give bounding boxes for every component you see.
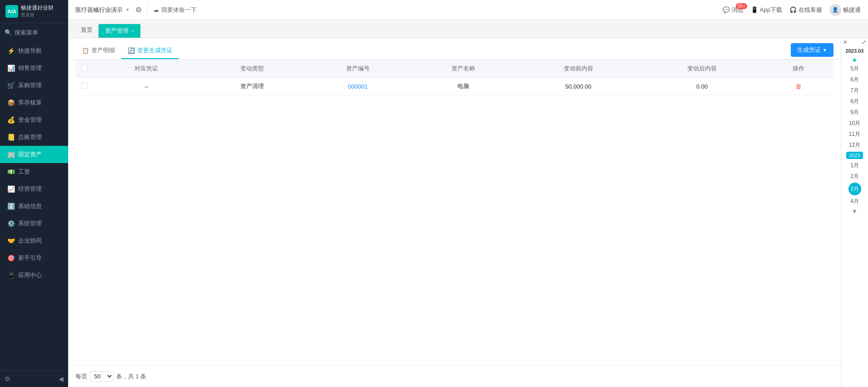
sidebar-item-payroll[interactable]: 💵 工资 [0,163,68,180]
cloud-icon: ☁ [153,6,159,13]
table-row: -- 资产清理 000001 电脑 50,000.00 0.00 🗑 [75,78,833,95]
logo-icon: AtA [5,5,18,18]
collapse-sidebar-button[interactable]: ◀ [59,375,64,382]
quick-nav-icon: ⚡ [7,47,15,55]
app-download-button[interactable]: 📱 App下载 [751,6,782,14]
topbar-divider [147,5,148,15]
right-panel-expand-button[interactable]: ⤢ [862,39,866,45]
sidebar-item-system[interactable]: ⚙️ 系统管理 [0,215,68,232]
sidebar-item-finance[interactable]: 💰 资金管理 [0,111,68,129]
search-icon: 🔍 [5,29,12,36]
tab-change-voucher[interactable]: 🔄 变更生成凭证 [121,43,179,59]
cell-after-change: 0.00 [640,78,764,95]
tab-asset-detail[interactable]: 📋 资产明细 [75,43,121,59]
topbar: 医疗器械行业演示 ▼ ⚙ ☁ 我要体验一下 💬 消息 99+ 📱 App下载 🎧… [68,0,868,20]
col-header-change-type: 变动类型 [199,60,305,78]
delete-row-button[interactable]: 🗑 [795,83,802,90]
settings-icon[interactable]: ⚙ [135,5,142,14]
sidebar-footer: ⚙ ◀ [0,370,68,387]
user-menu-button[interactable]: 👤 畅捷通 [829,4,861,16]
col-header-after-change: 变动后内容 [640,60,764,78]
tab-asset-management[interactable]: 资产管理 × [98,24,141,38]
month-list: 5月 6月 7月 8月 9月 10月 11月 12月 2023 1月 2月 3月… [841,64,868,207]
month-item-6[interactable]: 6月 [841,74,868,85]
message-icon: 💬 [723,6,730,13]
sidebar-item-guide[interactable]: 🎯 新手引导 [0,249,68,267]
content-area: 📋 资产明细 🔄 变更生成凭证 生成凭证 ▼ [68,38,841,387]
month-item-12[interactable]: 12月 [841,140,868,150]
operations-icon: 📈 [7,185,15,193]
app-logo: AtA 畅捷通好业财 普及版 [0,0,68,23]
cell-change-type: 资产清理 [199,78,305,95]
month-item-10[interactable]: 10月 [841,118,868,129]
asset-change-table: 对应凭证 变动类型 资产编号 资产名称 变动前内容 变动后内容 操作 [75,60,833,95]
experience-button[interactable]: ☁ 我要体验一下 [153,6,197,14]
logo-sub: 普及版 [21,12,54,18]
customer-service-button[interactable]: 🎧 在线客服 [789,6,822,14]
col-header-asset-name: 资产名称 [411,60,516,78]
sidebar-item-collab[interactable]: 🤝 企业协同 [0,232,68,249]
company-dropdown-arrow: ▼ [125,7,130,12]
logo-text: 畅捷通好业财 [21,5,54,12]
calendar-scroll-up-icon[interactable]: ▲ [852,55,858,63]
tab-bar: 首页 资产管理 × [68,20,868,38]
col-header-before-change: 变动前内容 [516,60,640,78]
system-icon: ⚙️ [7,220,15,227]
calendar-scroll-down-icon[interactable]: ▼ [852,208,858,215]
guide-icon: 🎯 [7,254,15,262]
sidebar-item-basic-info[interactable]: ℹ️ 基础信息 [0,198,68,215]
year-badge[interactable]: 2023 [846,152,863,159]
sidebar-item-operations[interactable]: 📈 经营管理 [0,180,68,198]
col-header-asset-code: 资产编号 [305,60,411,78]
month-item-5[interactable]: 5月 [841,64,868,74]
sales-icon: 📊 [7,64,15,72]
purchase-icon: 🛒 [7,82,15,89]
basic-info-icon: ℹ️ [7,203,15,210]
change-voucher-icon: 🔄 [128,47,135,54]
col-header-action: 操作 [764,60,833,78]
settings-button[interactable]: ⚙ [5,375,10,382]
sidebar-item-app-center[interactable]: 📱 应用中心 [0,267,68,284]
tab-home[interactable]: 首页 [75,23,98,38]
cell-asset-name: 电脑 [411,78,516,95]
month-item-9[interactable]: 9月 [841,107,868,118]
sidebar-item-inventory[interactable]: 📦 库存核算 [0,94,68,111]
user-avatar: 👤 [829,4,841,16]
collab-icon: 🤝 [7,237,15,244]
page-size-select[interactable]: 50 10 20 100 [90,371,114,382]
cell-action: 🗑 [764,78,833,95]
ledger-icon: 📒 [7,134,15,141]
company-name: 医疗器械行业演示 [75,6,123,14]
month-item-2[interactable]: 2月 [841,171,868,182]
month-item-4[interactable]: 4月 [841,196,868,207]
table-wrapper: 对应凭证 变动类型 资产编号 资产名称 变动前内容 变动后内容 操作 [68,60,841,365]
tab-close-icon[interactable]: × [131,28,134,34]
sidebar: AtA 畅捷通好业财 普及版 🔍 搜索菜单 ⚡ 快捷导航 📊 销售管理 🛒 采购… [0,0,68,387]
row-checkbox-cell [75,78,94,95]
asset-detail-icon: 📋 [82,47,89,54]
select-all-checkbox[interactable] [81,65,88,71]
sidebar-item-sales[interactable]: 📊 销售管理 [0,60,68,77]
sidebar-nav: ⚡ 快捷导航 📊 销售管理 🛒 采购管理 📦 库存核算 💰 资金管理 📒 总账管… [0,42,68,370]
company-selector[interactable]: 医疗器械行业演示 ▼ [75,6,130,14]
month-item-11[interactable]: 11月 [841,129,868,139]
row-checkbox[interactable] [81,83,88,89]
message-button[interactable]: 💬 消息 99+ [723,6,744,14]
search-menu-button[interactable]: 🔍 搜索菜单 [5,27,64,39]
month-item-8[interactable]: 8月 [841,96,868,107]
month-item-1[interactable]: 1月 [841,160,868,171]
cell-asset-code: 000001 [305,78,411,95]
inventory-icon: 📦 [7,99,15,106]
month-item-3-current[interactable]: 3月 [848,183,861,195]
sidebar-item-quick-nav[interactable]: ⚡ 快捷导航 [0,42,68,60]
sidebar-search-area: 🔍 搜索菜单 [0,23,68,42]
sidebar-item-ledger[interactable]: 📒 总账管理 [0,129,68,146]
generate-voucher-button[interactable]: 生成凭证 ▼ [791,43,833,57]
sidebar-item-fixed-assets[interactable]: 🏢 固定资产 [0,146,68,163]
topbar-right: 💬 消息 99+ 📱 App下载 🎧 在线客服 👤 畅捷通 [723,4,861,16]
payroll-icon: 💵 [7,168,15,175]
month-item-7[interactable]: 7月 [841,85,868,96]
sidebar-item-purchase[interactable]: 🛒 采购管理 [0,77,68,94]
right-panel-close-button[interactable]: ✕ [843,39,848,45]
pagination-bar: 每页 50 10 20 100 条，共 1 条 [68,365,841,387]
